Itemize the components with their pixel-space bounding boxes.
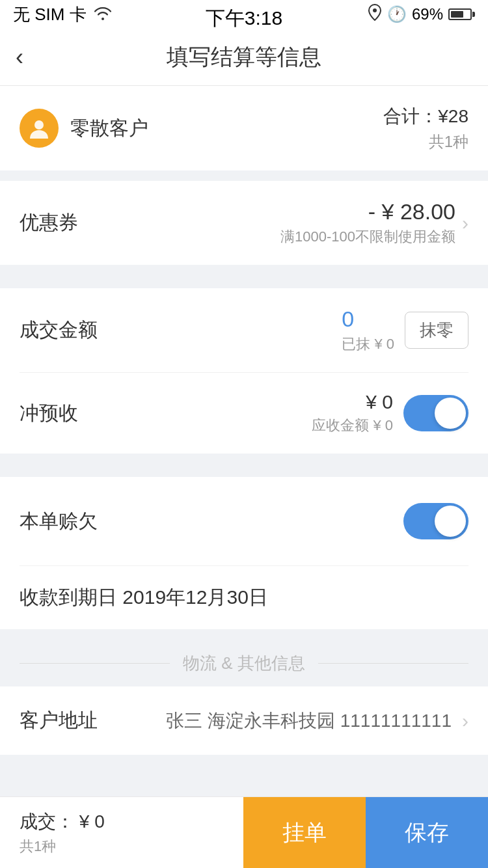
pending-button[interactable]: 挂单: [243, 797, 366, 869]
address-chevron-icon: ›: [462, 710, 468, 732]
address-label: 客户地址: [20, 707, 98, 734]
separator-1: [0, 275, 488, 288]
address-row[interactable]: 客户地址 张三 海淀永丰科技园 11111111111 ›: [0, 686, 488, 755]
bottom-deal-amount: 成交： ¥ 0: [20, 809, 224, 834]
status-time: 下午3:18: [206, 5, 282, 32]
deal-amount-value: 0: [342, 306, 394, 332]
bendan-label: 本单赊欠: [20, 508, 98, 535]
address-value: 张三 海淀永丰科技园 11111111111: [108, 709, 452, 733]
customer-right: 合计：¥28 共1种: [383, 104, 468, 152]
save-button[interactable]: 保存: [366, 797, 488, 869]
svg-point-1: [34, 120, 44, 129]
svg-point-0: [373, 8, 377, 12]
logistics-header: 物流 & 其他信息: [0, 640, 488, 686]
bendan-toggle-thumb: [435, 506, 466, 537]
bottom-deal-value: ¥ 0: [79, 811, 105, 832]
bottom-info: 成交： ¥ 0 共1种: [0, 809, 243, 856]
chongyu-toggle[interactable]: [403, 395, 468, 431]
back-button[interactable]: ‹: [16, 44, 23, 71]
chongyu-toggle-thumb: [435, 398, 466, 429]
coupon-desc: 满1000-100不限制使用金额: [280, 227, 455, 247]
duedate-label: 收款到期日: [20, 586, 117, 608]
chongyu-toggle-track: [403, 395, 468, 431]
separator-2: [0, 464, 488, 477]
coupon-chevron-icon: ›: [462, 212, 468, 234]
round-button[interactable]: 抹零: [405, 312, 468, 349]
status-bar: 无 SIM 卡 下午3:18 🕐 69%: [0, 0, 488, 29]
nav-bar: ‹ 填写结算等信息: [0, 29, 488, 86]
bendan-toggle-track: [403, 503, 468, 539]
bendan-toggle[interactable]: [403, 503, 468, 539]
deal-amount-section: 成交金额 0 已抹 ¥ 0 抹零 冲预收 ¥ 0 应收金额 ¥ 0: [0, 288, 488, 454]
bottom-bar: 成交： ¥ 0 共1种 挂单 保存: [0, 796, 488, 868]
bendan-row: 本单赊欠: [0, 477, 488, 565]
deal-amount-sub: 已抹 ¥ 0: [342, 334, 394, 354]
carrier-label: 无 SIM 卡: [13, 3, 87, 26]
customer-avatar: [20, 109, 59, 148]
coupon-row[interactable]: 优惠券 - ¥ 28.00 满1000-100不限制使用金额 ›: [0, 181, 488, 265]
chongyu-amount: ¥ 0: [312, 391, 393, 413]
customer-total: 合计：¥28: [383, 104, 468, 129]
bottom-deal-label: 成交：: [20, 811, 74, 832]
deal-amount-right: 0 已抹 ¥ 0 抹零: [342, 306, 468, 354]
wifi-icon: [93, 5, 113, 25]
battery-label: 69%: [412, 5, 443, 23]
deal-amount-value-wrap: 0 已抹 ¥ 0: [342, 306, 394, 354]
alarm-icon: 🕐: [387, 5, 407, 23]
coupon-label: 优惠券: [20, 210, 78, 236]
battery-icon: [448, 8, 475, 20]
coupon-right: - ¥ 28.00 满1000-100不限制使用金额 ›: [280, 199, 468, 247]
deal-amount-label: 成交金额: [20, 317, 98, 344]
page-title: 填写结算等信息: [167, 42, 321, 72]
status-right: 🕐 69%: [368, 4, 475, 25]
customer-name: 零散客户: [70, 115, 148, 142]
customer-left: 零散客户: [20, 109, 148, 148]
duedate-value: 2019年12月30日: [122, 586, 267, 608]
duedate-row: 收款到期日 2019年12月30日: [0, 566, 488, 629]
logistics-label: 物流 & 其他信息: [170, 652, 318, 675]
chongyu-row: 冲预收 ¥ 0 应收金额 ¥ 0: [0, 373, 488, 454]
status-left: 无 SIM 卡: [13, 3, 113, 26]
address-section: 客户地址 张三 海淀永丰科技园 11111111111 ›: [0, 686, 488, 755]
chongyu-right-wrap: ¥ 0 应收金额 ¥ 0: [312, 391, 468, 435]
coupon-value: - ¥ 28.00 满1000-100不限制使用金额: [280, 199, 455, 247]
duedate-content: 收款到期日 2019年12月30日: [20, 586, 268, 608]
coupon-amount: - ¥ 28.00: [280, 199, 455, 224]
bottom-count: 共1种: [20, 837, 224, 856]
chongyu-value-wrap: ¥ 0 应收金额 ¥ 0: [312, 391, 393, 435]
customer-row: 零散客户 合计：¥28 共1种: [0, 86, 488, 170]
chongyu-label: 冲预收: [20, 400, 98, 427]
location-icon: [368, 4, 382, 25]
customer-section: 零散客户 合计：¥28 共1种: [0, 86, 488, 170]
coupon-section: 优惠券 - ¥ 28.00 满1000-100不限制使用金额 ›: [0, 181, 488, 265]
bendan-section: 本单赊欠 收款到期日 2019年12月30日: [0, 477, 488, 629]
customer-count: 共1种: [383, 131, 468, 152]
deal-amount-row: 成交金额 0 已抹 ¥ 0 抹零: [0, 288, 488, 372]
chongyu-sub: 应收金额 ¥ 0: [312, 416, 393, 435]
